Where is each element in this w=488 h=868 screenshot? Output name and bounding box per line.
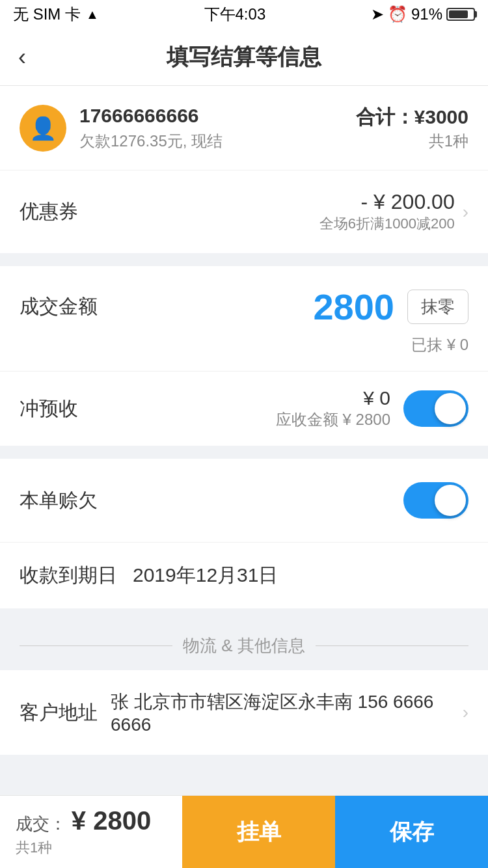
footer-price: ¥ 2800 bbox=[72, 806, 151, 835]
user-coupon-section: 👤 17666666666 欠款1276.35元, 现结 合计：¥3000 共1… bbox=[0, 86, 488, 253]
footer-buttons: 挂单 保存 bbox=[182, 796, 488, 868]
user-phone: 17666666666 bbox=[79, 105, 223, 127]
status-right: ➤ ⏰ 91% bbox=[371, 5, 475, 23]
alarm-icon: ⏰ bbox=[388, 5, 407, 23]
wifi-icon: ▲ bbox=[86, 7, 99, 22]
nav-bar: ‹ 填写结算等信息 bbox=[0, 29, 488, 86]
coupon-info: - ¥ 200.00 全场6折满1000减200 bbox=[319, 190, 455, 234]
toggle-knob bbox=[435, 393, 466, 424]
prepay-sub: 应收金额 ¥ 2800 bbox=[276, 409, 390, 430]
amount-row: 成交金额 2800 抹零 bbox=[0, 266, 488, 334]
carrier-label: 无 SIM 卡 bbox=[13, 4, 81, 25]
avatar: 👤 bbox=[20, 105, 66, 152]
logistics-line-right bbox=[316, 645, 468, 646]
user-total: 合计：¥3000 共1种 bbox=[356, 104, 468, 152]
location-icon: ➤ bbox=[371, 5, 384, 23]
debt-row: 本单赊欠 bbox=[0, 459, 488, 542]
prepay-value-wrap: ¥ 0 应收金额 ¥ 2800 bbox=[276, 387, 390, 430]
chevron-right-icon: › bbox=[463, 202, 468, 223]
duedate-label: 收款到期日 bbox=[20, 562, 117, 589]
coupon-desc: 全场6折满1000减200 bbox=[319, 214, 455, 234]
prepay-row: 冲预收 ¥ 0 应收金额 ¥ 2800 bbox=[0, 371, 488, 446]
address-value: 张 北京市市辖区海淀区永丰南 156 6666 6666 bbox=[111, 690, 463, 735]
coupon-row[interactable]: 优惠券 - ¥ 200.00 全场6折满1000减200 › bbox=[0, 170, 488, 253]
prepay-right: ¥ 0 应收金额 ¥ 2800 bbox=[276, 387, 468, 430]
avatar-icon: 👤 bbox=[29, 115, 57, 141]
footer-info: 成交： ¥ 2800 共1种 bbox=[0, 806, 182, 858]
logistics-header: 物流 & 其他信息 bbox=[0, 621, 488, 670]
amount-section: 成交金额 2800 抹零 已抹 ¥ 0 冲预收 ¥ 0 应收金额 ¥ 2800 bbox=[0, 266, 488, 446]
back-button[interactable]: ‹ bbox=[18, 44, 26, 71]
coupon-label: 优惠券 bbox=[20, 198, 78, 225]
address-row[interactable]: 客户地址 张 北京市市辖区海淀区永丰南 156 6666 6666 › bbox=[0, 670, 488, 755]
status-bar: 无 SIM 卡 ▲ 下午4:03 ➤ ⏰ 91% bbox=[0, 0, 488, 29]
total-label: 合计： bbox=[356, 106, 414, 128]
duedate-row: 收款到期日 2019年12月31日 bbox=[0, 542, 488, 608]
user-debt: 欠款1276.35元, 现结 bbox=[79, 131, 223, 152]
page-title: 填写结算等信息 bbox=[167, 42, 321, 72]
user-info-text: 17666666666 欠款1276.35元, 现结 bbox=[79, 105, 223, 152]
footer-transaction-row: 成交： ¥ 2800 bbox=[16, 806, 167, 835]
coupon-discount: - ¥ 200.00 bbox=[319, 190, 455, 214]
address-label: 客户地址 bbox=[20, 699, 98, 726]
footer-count: 共1种 bbox=[16, 838, 167, 858]
total-count: 共1种 bbox=[356, 131, 468, 152]
footer-label: 成交： bbox=[16, 814, 66, 834]
content-area: 👤 17666666666 欠款1276.35元, 现结 合计：¥3000 共1… bbox=[0, 86, 488, 868]
save-button[interactable]: 保存 bbox=[335, 796, 488, 868]
status-left: 无 SIM 卡 ▲ bbox=[13, 4, 99, 25]
user-info-row: 👤 17666666666 欠款1276.35元, 现结 合计：¥3000 共1… bbox=[0, 86, 488, 170]
debt-toggle-knob bbox=[435, 485, 466, 516]
battery-label: 91% bbox=[411, 5, 442, 23]
amount-right: 2800 抹零 bbox=[313, 286, 468, 328]
total-price: 合计：¥3000 bbox=[356, 104, 468, 131]
user-left: 👤 17666666666 欠款1276.35元, 现结 bbox=[20, 105, 223, 152]
debt-section: 本单赊欠 收款到期日 2019年12月31日 bbox=[0, 459, 488, 608]
prepay-value: ¥ 0 bbox=[276, 387, 390, 409]
amount-value: 2800 bbox=[313, 286, 394, 328]
coupon-right: - ¥ 200.00 全场6折满1000减200 › bbox=[319, 190, 468, 234]
prepay-toggle[interactable] bbox=[403, 390, 468, 427]
prepay-label: 冲预收 bbox=[20, 396, 78, 422]
footer: 成交： ¥ 2800 共1种 挂单 保存 bbox=[0, 795, 488, 868]
status-time: 下午4:03 bbox=[204, 4, 266, 25]
round-zero-button[interactable]: 抹零 bbox=[407, 290, 468, 324]
logistics-line-left bbox=[20, 645, 172, 646]
total-price-value: ¥3000 bbox=[414, 106, 468, 128]
battery-indicator bbox=[446, 8, 475, 21]
amount-label: 成交金额 bbox=[20, 293, 98, 320]
amount-sub: 已抹 ¥ 0 bbox=[0, 334, 488, 371]
address-chevron-icon: › bbox=[463, 702, 468, 723]
duedate-value: 2019年12月31日 bbox=[133, 562, 278, 589]
logistics-label: 物流 & 其他信息 bbox=[183, 634, 305, 657]
hang-order-button[interactable]: 挂单 bbox=[182, 796, 335, 868]
debt-toggle[interactable] bbox=[403, 482, 468, 519]
debt-label: 本单赊欠 bbox=[20, 487, 98, 514]
